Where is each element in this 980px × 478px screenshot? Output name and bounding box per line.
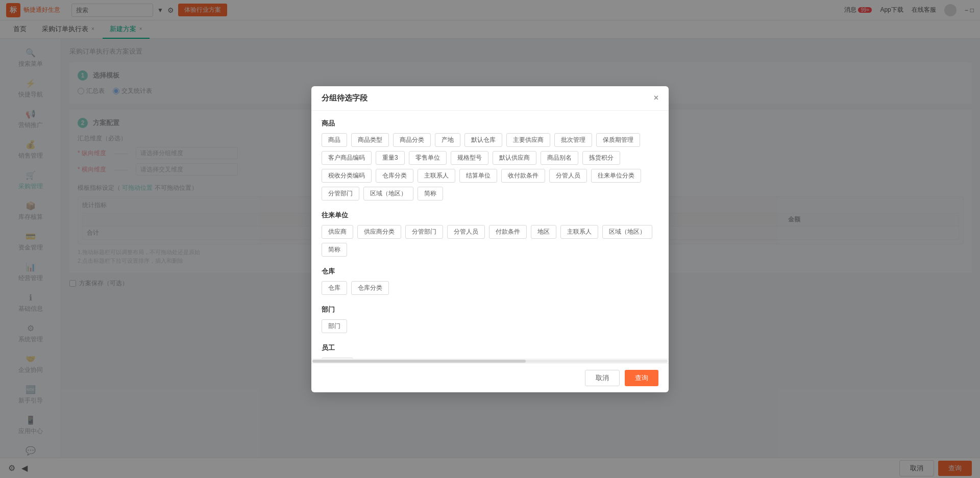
field-tag-warehouse-1[interactable]: 仓库分类 [351, 281, 389, 295]
field-grid-warehouse: 仓库 仓库分类 [322, 281, 658, 295]
field-grid-goods: 商品 商品类型 商品分类 产地 默认仓库 主要供应商 批次管理 保质期管理 客户… [322, 133, 658, 200]
modal-hscrollbar[interactable] [311, 359, 669, 363]
field-select-modal: 分组待选字段 × 商品 商品 商品类型 商品分类 产地 默认仓库 主要供应商 批… [311, 86, 669, 392]
field-tag-goods-13[interactable]: 商品别名 [541, 151, 578, 165]
field-section-staff-title: 员工 [322, 343, 658, 353]
field-tag-goods-5[interactable]: 主要供应商 [506, 133, 550, 147]
field-section-goods-title: 商品 [322, 119, 658, 128]
field-tag-goods-24[interactable]: 简称 [418, 187, 443, 200]
field-tag-goods-9[interactable]: 重量3 [376, 151, 405, 165]
field-tag-partner-7[interactable]: 区域（地区） [602, 225, 652, 239]
field-tag-dept-0[interactable]: 部门 [322, 319, 347, 333]
field-grid-dept: 部门 [322, 319, 658, 333]
field-tag-goods-4[interactable]: 默认仓库 [464, 133, 502, 147]
field-tag-goods-16[interactable]: 仓库分类 [376, 169, 413, 183]
field-tag-goods-21[interactable]: 往来单位分类 [591, 169, 641, 183]
field-tag-goods-22[interactable]: 分管部门 [322, 187, 359, 200]
field-grid-partner: 供应商 供应商分类 分管部门 分管人员 付款条件 地区 主联系人 区域（地区） … [322, 225, 658, 257]
modal-close-btn[interactable]: × [654, 93, 658, 103]
modal-header: 分组待选字段 × [311, 86, 669, 111]
field-tag-goods-19[interactable]: 收付款条件 [501, 169, 545, 183]
field-tag-goods-10[interactable]: 零售单位 [409, 151, 447, 165]
field-tag-partner-8[interactable]: 简称 [322, 243, 347, 257]
field-tag-goods-11[interactable]: 规格型号 [451, 151, 488, 165]
cancel-button[interactable]: 取消 [585, 370, 620, 386]
field-tag-partner-3[interactable]: 分管人员 [447, 225, 485, 239]
modal-title: 分组待选字段 [322, 93, 368, 103]
field-tag-goods-1[interactable]: 商品类型 [351, 133, 389, 147]
field-tag-goods-0[interactable]: 商品 [322, 133, 347, 147]
field-tag-goods-12[interactable]: 默认供应商 [493, 151, 536, 165]
modal-body: 商品 商品 商品类型 商品分类 产地 默认仓库 主要供应商 批次管理 保质期管理… [311, 111, 669, 359]
field-section-staff: 员工 业务员 [322, 343, 658, 359]
field-tag-goods-2[interactable]: 商品分类 [393, 133, 431, 147]
field-section-dept-title: 部门 [322, 305, 658, 314]
confirm-button[interactable]: 查询 [625, 370, 658, 386]
field-tag-goods-8[interactable]: 客户商品编码 [322, 151, 372, 165]
field-tag-partner-2[interactable]: 分管部门 [405, 225, 443, 239]
field-tag-goods-15[interactable]: 税收分类编码 [322, 169, 372, 183]
modal-overlay: 分组待选字段 × 商品 商品 商品类型 商品分类 产地 默认仓库 主要供应商 批… [0, 0, 980, 478]
field-section-dept: 部门 部门 [322, 305, 658, 333]
field-section-goods: 商品 商品 商品类型 商品分类 产地 默认仓库 主要供应商 批次管理 保质期管理… [322, 119, 658, 200]
field-section-partner-title: 往来单位 [322, 211, 658, 220]
field-section-partner: 往来单位 供应商 供应商分类 分管部门 分管人员 付款条件 地区 主联系人 区域… [322, 211, 658, 257]
field-section-warehouse-title: 仓库 [322, 267, 658, 276]
field-tag-partner-4[interactable]: 付款条件 [489, 225, 527, 239]
field-tag-partner-1[interactable]: 供应商分类 [357, 225, 401, 239]
field-tag-goods-6[interactable]: 批次管理 [554, 133, 592, 147]
field-tag-warehouse-0[interactable]: 仓库 [322, 281, 347, 295]
field-tag-partner-0[interactable]: 供应商 [322, 225, 353, 239]
field-tag-goods-7[interactable]: 保质期管理 [596, 133, 640, 147]
field-tag-partner-5[interactable]: 地区 [531, 225, 556, 239]
field-tag-goods-20[interactable]: 分管人员 [549, 169, 587, 183]
field-tag-goods-17[interactable]: 主联系人 [418, 169, 455, 183]
field-tag-goods-3[interactable]: 产地 [435, 133, 460, 147]
modal-footer: 取消 查询 [311, 363, 669, 392]
field-tag-goods-23[interactable]: 区域（地区） [363, 187, 413, 200]
field-tag-goods-14[interactable]: 拣货积分 [582, 151, 620, 165]
field-section-warehouse: 仓库 仓库 仓库分类 [322, 267, 658, 295]
field-tag-partner-6[interactable]: 主联系人 [560, 225, 598, 239]
field-tag-goods-18[interactable]: 结算单位 [459, 169, 497, 183]
